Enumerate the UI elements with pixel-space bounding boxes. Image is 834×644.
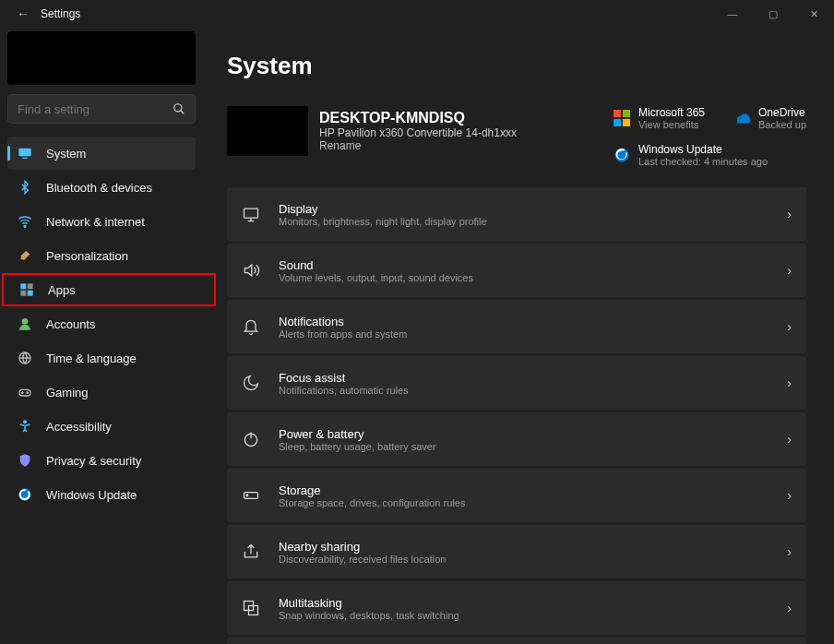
svg-rect-5	[20, 283, 26, 289]
chevron-right-icon: ›	[787, 376, 792, 390]
nav-item-accessibility[interactable]: Accessibility	[7, 410, 196, 443]
card-title: Multitasking	[279, 596, 787, 610]
share-icon	[240, 541, 262, 563]
card-subtitle: Alerts from apps and system	[279, 328, 787, 340]
nav-item-label: System	[46, 147, 86, 161]
nav-item-label: Accessibility	[46, 420, 112, 434]
card-title: Focus assist	[279, 371, 787, 385]
nav-item-label: Bluetooth & devices	[46, 181, 152, 195]
svg-rect-15	[614, 110, 621, 117]
svg-rect-2	[18, 149, 30, 157]
device-image	[227, 106, 308, 156]
svg-rect-8	[28, 291, 33, 296]
update-icon	[17, 486, 33, 503]
nav-item-accounts[interactable]: Accounts	[7, 307, 196, 340]
storage-icon	[240, 484, 262, 507]
nav-item-apps[interactable]: Apps	[2, 273, 216, 306]
nav-item-label: Privacy & security	[46, 454, 141, 468]
svg-point-13	[24, 421, 27, 423]
bluetooth-icon	[17, 179, 33, 196]
card-subtitle: Discoverability, received files location	[279, 554, 787, 565]
nav-item-label: Windows Update	[46, 488, 137, 502]
apps-icon	[18, 281, 35, 298]
device-model: HP Pavilion x360 Convertible 14-dh1xxx	[319, 126, 517, 139]
sound-icon	[240, 259, 262, 281]
maximize-button[interactable]: ▢	[753, 0, 793, 28]
close-button[interactable]: ✕	[793, 0, 834, 28]
tile-sub: Last checked: 4 minutes ago	[638, 156, 768, 167]
svg-rect-7	[20, 291, 26, 296]
card-subtitle: Snap windows, desktops, task switching	[279, 610, 787, 621]
accessibility-icon	[17, 418, 33, 435]
moon-icon	[240, 372, 262, 394]
multitask-icon	[240, 597, 262, 619]
minimize-button[interactable]: —	[712, 0, 753, 28]
tile-title: OneDrive	[758, 106, 806, 119]
nav-item-bluetooth[interactable]: Bluetooth & devices	[7, 171, 196, 204]
person-icon	[17, 316, 33, 332]
nav-item-privacy[interactable]: Privacy & security	[7, 444, 196, 477]
card-title: Storage	[279, 483, 787, 497]
nav-item-windows-update[interactable]: Windows Update	[7, 478, 196, 511]
tile-sub: View benefits	[638, 119, 705, 130]
tile-microsoft365[interactable]: Microsoft 365 View benefits	[613, 106, 705, 130]
monitor-icon	[17, 145, 33, 161]
chevron-right-icon: ›	[787, 601, 792, 615]
card-focus-assist[interactable]: Focus assistNotifications, automatic rul…	[227, 356, 806, 410]
nav-item-label: Network & internet	[46, 215, 145, 229]
svg-rect-20	[244, 209, 258, 218]
sidebar: SystemBluetooth & devicesNetwork & inter…	[0, 28, 203, 644]
device-rename-link[interactable]: Rename	[319, 139, 517, 152]
device-name: DESKTOP-KMNDISQ	[319, 110, 517, 126]
nav-item-network[interactable]: Network & internet	[7, 205, 196, 238]
card-sound[interactable]: SoundVolume levels, output, input, sound…	[227, 244, 806, 297]
search-box[interactable]	[7, 94, 196, 124]
card-subtitle: Monitors, brightness, night light, displ…	[279, 216, 787, 227]
card-subtitle: Sleep, battery usage, battery saver	[279, 441, 787, 452]
search-input[interactable]	[18, 102, 173, 116]
card-storage[interactable]: StorageStorage space, drives, configurat…	[227, 469, 806, 522]
card-nearby[interactable]: Nearby sharingDiscoverability, received …	[227, 525, 806, 578]
gamepad-icon	[17, 384, 33, 400]
card-title: Nearby sharing	[279, 540, 787, 554]
svg-rect-3	[22, 158, 27, 159]
power-icon	[240, 428, 262, 450]
tile-title: Microsoft 365	[638, 106, 705, 119]
svg-rect-17	[614, 119, 621, 126]
card-activation[interactable]: ActivationActivation state, subscription…	[227, 638, 806, 644]
nav-item-personalization[interactable]: Personalization	[7, 239, 196, 272]
nav-item-label: Time & language	[46, 352, 137, 365]
tile-windows-update[interactable]: Windows Update Last checked: 4 minutes a…	[613, 143, 806, 167]
card-notifications[interactable]: NotificationsAlerts from apps and system…	[227, 300, 806, 353]
onedrive-icon	[733, 109, 751, 127]
wifi-icon	[17, 213, 33, 230]
card-multitasking[interactable]: MultitaskingSnap windows, desktops, task…	[227, 581, 806, 635]
back-icon[interactable]: ←	[17, 6, 30, 21]
svg-rect-6	[28, 283, 33, 289]
user-account-box[interactable]	[7, 31, 196, 85]
card-title: Notifications	[279, 315, 787, 328]
update-icon	[613, 146, 631, 164]
svg-point-0	[174, 104, 182, 112]
nav-item-label: Apps	[48, 283, 76, 297]
tile-sub: Backed up	[758, 119, 806, 130]
card-display[interactable]: DisplayMonitors, brightness, night light…	[227, 187, 806, 241]
shield-icon	[17, 452, 33, 469]
nav-item-system[interactable]: System	[7, 137, 196, 170]
svg-point-23	[246, 495, 248, 496]
tile-onedrive[interactable]: OneDrive Backed up	[733, 106, 806, 130]
card-title: Power & battery	[279, 427, 787, 441]
tile-title: Windows Update	[638, 143, 768, 156]
main-content: System DESKTOP-KMNDISQ HP Pavilion x360 …	[203, 28, 834, 644]
svg-rect-16	[623, 110, 630, 117]
svg-rect-18	[623, 119, 630, 126]
display-icon	[240, 203, 262, 225]
nav-item-time-language[interactable]: Time & language	[7, 341, 196, 375]
chevron-right-icon: ›	[787, 319, 792, 334]
svg-point-9	[22, 318, 29, 325]
bell-icon	[240, 316, 262, 338]
chevron-right-icon: ›	[787, 544, 792, 559]
card-power[interactable]: Power & batterySleep, battery usage, bat…	[227, 412, 806, 466]
nav-item-gaming[interactable]: Gaming	[7, 376, 196, 409]
svg-line-1	[181, 111, 185, 114]
